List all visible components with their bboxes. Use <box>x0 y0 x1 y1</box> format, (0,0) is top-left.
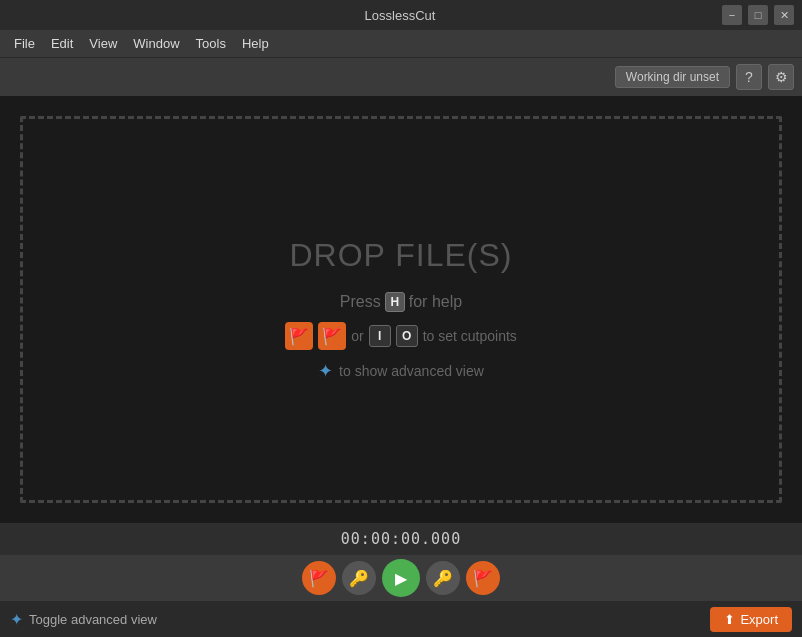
toolbar: Working dir unset ? ⚙ <box>0 58 802 96</box>
menu-edit[interactable]: Edit <box>43 32 81 55</box>
drop-title: DROP FILE(S) <box>285 237 517 274</box>
status-bar: ✦ Toggle advanced view ⬆ Export <box>0 601 802 637</box>
bottom-controls: 🚩 🔑 ▶ 🔑 🚩 <box>0 555 802 601</box>
key-i-badge: I <box>369 325 391 347</box>
flag-start-icon: 🚩 <box>309 569 329 588</box>
export-label: Export <box>740 612 778 627</box>
close-button[interactable]: ✕ <box>774 5 794 25</box>
key-start-icon: 🔑 <box>349 569 369 588</box>
toggle-advanced-icon: ✦ <box>10 610 23 629</box>
key-h-badge: H <box>385 292 405 312</box>
play-button[interactable]: ▶ <box>382 559 420 597</box>
menu-file[interactable]: File <box>6 32 43 55</box>
flag-end-button[interactable]: 🚩 <box>466 561 500 595</box>
flag-start-button[interactable]: 🚩 <box>302 561 336 595</box>
flag-end-icon: 🚩 <box>473 569 493 588</box>
flag-start-icon: 🚩 <box>285 322 313 350</box>
timeline-area: 00:00:00.000 <box>0 523 802 555</box>
advanced-icon: ✦ <box>318 360 333 382</box>
key-start-button[interactable]: 🔑 <box>342 561 376 595</box>
menu-tools[interactable]: Tools <box>188 32 234 55</box>
cutpoint-to-set-text: to set cutpoints <box>423 328 517 344</box>
hint-press-text: Press <box>340 293 381 311</box>
video-area[interactable]: DROP FILE(S) Press H for help 🚩 🚩 or I O… <box>0 96 802 523</box>
menu-window[interactable]: Window <box>125 32 187 55</box>
help-button[interactable]: ? <box>736 64 762 90</box>
minimize-button[interactable]: − <box>722 5 742 25</box>
drop-content: DROP FILE(S) Press H for help 🚩 🚩 or I O… <box>285 237 517 382</box>
window-controls: − □ ✕ <box>722 5 794 25</box>
cutpoint-row: 🚩 🚩 or I O to set cutpoints <box>285 322 517 350</box>
hint-row: Press H for help <box>285 292 517 312</box>
toggle-advanced-button[interactable]: ✦ Toggle advanced view <box>10 610 157 629</box>
menu-help[interactable]: Help <box>234 32 277 55</box>
play-icon: ▶ <box>395 569 407 588</box>
maximize-button[interactable]: □ <box>748 5 768 25</box>
hint-for-help-text: for help <box>409 293 462 311</box>
key-o-badge: O <box>396 325 418 347</box>
working-dir-button[interactable]: Working dir unset <box>615 66 730 88</box>
flag-end-icon: 🚩 <box>318 322 346 350</box>
export-button[interactable]: ⬆ Export <box>710 607 792 632</box>
menu-view[interactable]: View <box>81 32 125 55</box>
key-end-icon: 🔑 <box>433 569 453 588</box>
key-end-button[interactable]: 🔑 <box>426 561 460 595</box>
settings-button[interactable]: ⚙ <box>768 64 794 90</box>
app-title: LosslessCut <box>78 8 722 23</box>
export-icon: ⬆ <box>724 612 735 627</box>
advanced-row: ✦ to show advanced view <box>285 360 517 382</box>
title-bar: LosslessCut − □ ✕ <box>0 0 802 30</box>
toggle-advanced-label: Toggle advanced view <box>29 612 157 627</box>
timecode-display: 00:00:00.000 <box>341 530 461 548</box>
menu-bar: File Edit View Window Tools Help <box>0 30 802 58</box>
advanced-to-show-text: to show advanced view <box>339 363 484 379</box>
cutpoint-or-text: or <box>351 328 363 344</box>
